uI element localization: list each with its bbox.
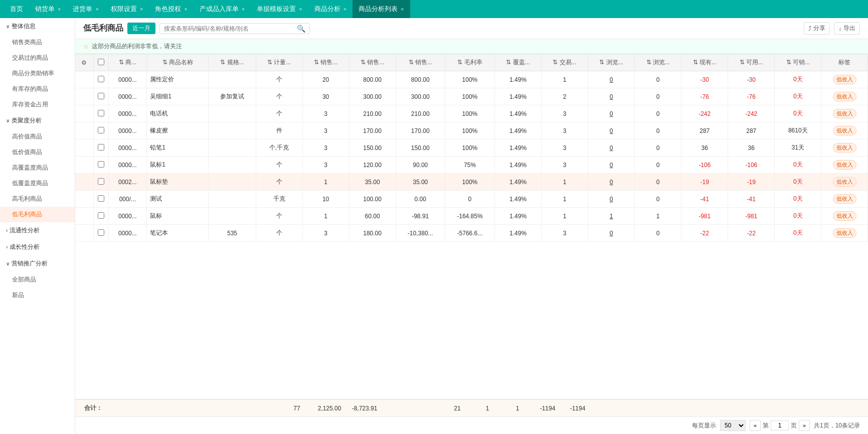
browse-link[interactable]: 0 [610,179,613,186]
sidebar-item-all-products[interactable]: 全部商品 [0,272,75,287]
sidebar-group-marketing[interactable]: ∨ 营销推广分析 [0,255,75,272]
close-icon[interactable]: × [58,6,61,12]
col-checkbox[interactable] [93,54,108,71]
cell-browse1[interactable]: 0 [588,139,635,157]
nav-purchase[interactable]: 进货单 × [67,0,104,18]
sidebar-item-in-stock[interactable]: 有库存的商品 [0,81,75,97]
cell-checkbox[interactable] [93,139,108,157]
row-checkbox[interactable] [98,212,104,219]
prev-page-btn[interactable]: « [750,420,761,431]
browse-link[interactable]: 0 [610,230,613,237]
browse-link[interactable]: 1 [610,213,613,220]
sort-icon[interactable]: ⇅ [457,59,462,66]
close-icon[interactable]: × [140,6,143,12]
select-all-checkbox[interactable] [98,59,104,65]
sidebar-group-growth[interactable]: › 成长性分析 [0,239,75,255]
sort-icon[interactable]: ⇅ [646,59,651,66]
nav-analysis[interactable]: 商品分析 × [308,0,353,18]
close-icon[interactable]: × [95,6,98,12]
close-icon[interactable]: × [299,6,302,12]
filter-btn[interactable]: 近一月 [127,23,155,34]
sidebar-item-high-margin[interactable]: 高毛利商品 [0,191,75,207]
sort-icon[interactable]: ⇅ [162,59,167,66]
sort-icon[interactable]: ⇅ [786,59,791,66]
browse-link[interactable]: 0 [610,93,613,100]
cell-browse1[interactable]: 0 [588,88,635,105]
sidebar-item-stock-capital[interactable]: 库存资金占用 [0,97,75,112]
cell-browse1[interactable]: 0 [588,174,635,191]
sort-icon[interactable]: ⇅ [267,59,272,66]
sort-icon[interactable]: ⇅ [119,59,124,66]
browse-link[interactable]: 0 [610,196,613,203]
sidebar-item-low-margin[interactable]: 低毛利商品 [0,207,75,222]
close-icon[interactable]: × [343,6,346,12]
row-checkbox[interactable] [98,178,104,185]
sidebar-item-new-products[interactable]: 新品 [0,287,75,303]
row-checkbox[interactable] [98,229,104,236]
sidebar-item-traded-products[interactable]: 交易过的商品 [0,50,75,66]
browse-link[interactable]: 0 [610,110,613,117]
sidebar-group-overall[interactable]: ∨ 整体信息 [0,18,75,35]
cell-browse1[interactable]: 0 [588,122,635,139]
sort-icon[interactable]: ⇅ [599,59,604,66]
row-checkbox[interactable] [98,144,104,151]
nav-home[interactable]: 首页 [4,0,29,18]
row-checkbox[interactable] [98,93,104,99]
cell-checkbox[interactable] [93,122,108,139]
table-container[interactable]: ⚙ ⇅ 商... ⇅ 商品名称 ⇅ 规格... ⇅ 计量... ⇅ 销售... … [75,54,868,399]
cell-checkbox[interactable] [93,191,108,208]
nav-template[interactable]: 单据模板设置 × [251,0,308,18]
sidebar-item-low-coverage[interactable]: 低覆盖度商品 [0,176,75,191]
sidebar-item-high-value[interactable]: 高价值商品 [0,129,75,144]
search-box[interactable]: 🔍 [159,23,310,34]
row-checkbox[interactable] [98,127,104,133]
sidebar-item-high-coverage[interactable]: 高覆盖度商品 [0,160,75,176]
row-checkbox[interactable] [98,76,104,82]
sidebar-group-cluster[interactable]: ∨ 类聚度分析 [0,112,75,129]
share-button[interactable]: ⤴ 分享 [804,22,830,35]
cell-checkbox[interactable] [93,174,108,191]
cell-checkbox[interactable] [93,208,108,225]
export-button[interactable]: ↓ 导出 [834,22,860,35]
next-page-btn[interactable]: » [799,420,810,431]
sort-icon[interactable]: ⇅ [220,59,225,66]
cell-browse1[interactable]: 0 [588,225,635,242]
cell-checkbox[interactable] [93,157,108,174]
cell-browse1[interactable]: 0 [588,191,635,208]
cell-checkbox[interactable] [93,105,108,122]
cell-browse1[interactable]: 1 [588,208,635,225]
cell-checkbox[interactable] [93,88,108,105]
sidebar-item-category-rate[interactable]: 商品分类助销率 [0,66,75,81]
row-checkbox[interactable] [98,110,104,116]
nav-product-entry[interactable]: 产成品入库单 × [194,0,251,18]
sidebar-group-flow[interactable]: › 流通性分析 [0,222,75,239]
row-checkbox[interactable] [98,195,104,202]
browse-link[interactable]: 0 [610,76,613,83]
sort-icon[interactable]: ⇅ [361,59,366,66]
nav-roles[interactable]: 角色授权 × [149,0,193,18]
cell-browse1[interactable]: 0 [588,105,635,122]
browse-link[interactable]: 0 [610,162,613,169]
close-icon[interactable]: × [401,6,404,12]
cell-checkbox[interactable] [93,71,108,88]
sidebar-item-low-value[interactable]: 低价值商品 [0,144,75,160]
close-icon[interactable]: × [242,6,245,12]
col-settings[interactable]: ⚙ [75,54,93,71]
close-icon[interactable]: × [184,6,187,12]
cell-checkbox[interactable] [93,225,108,242]
nav-analysis-list[interactable]: 商品分析列表 × [353,0,410,18]
browse-link[interactable]: 0 [610,127,613,134]
search-input[interactable] [164,25,297,32]
nav-permissions[interactable]: 权限设置 × [105,0,149,18]
sort-icon[interactable]: ⇅ [314,59,319,66]
browse-link[interactable]: 0 [610,144,613,152]
sort-icon[interactable]: ⇅ [740,59,745,66]
cell-browse1[interactable]: 0 [588,157,635,174]
sidebar-item-sales-products[interactable]: 销售类商品 [0,35,75,50]
page-input[interactable] [771,420,789,430]
sort-icon[interactable]: ⇅ [553,59,558,66]
sort-icon[interactable]: ⇅ [693,59,698,66]
sort-icon[interactable]: ⇅ [506,59,511,66]
sort-icon[interactable]: ⇅ [409,59,414,66]
row-checkbox[interactable] [98,161,104,168]
